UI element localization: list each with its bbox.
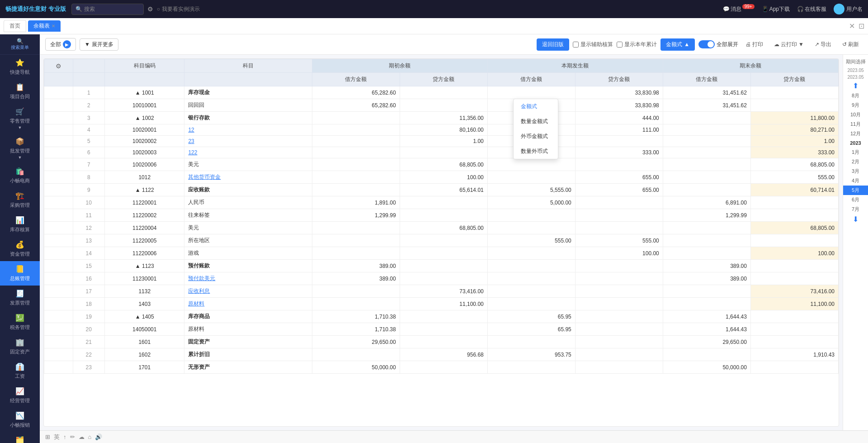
dropdown-item-amount[interactable]: 金额式 bbox=[514, 99, 558, 114]
amount-cell: 1.00 bbox=[400, 136, 487, 147]
row-subject-col[interactable]: 12 bbox=[184, 124, 312, 136]
month-7[interactable]: 7月 bbox=[843, 205, 868, 214]
grid-icon[interactable]: ⊞ bbox=[45, 433, 50, 440]
message-btn[interactable]: 💬 消息 99+ bbox=[723, 5, 755, 13]
amount-cell: 29,650.00 bbox=[312, 336, 400, 348]
month-12[interactable]: 12月 bbox=[843, 129, 868, 138]
amount-type-btn[interactable]: 金额式 ▲ bbox=[660, 38, 695, 51]
subject-link[interactable]: 应收利息 bbox=[188, 288, 210, 294]
subject-link[interactable]: 原材料 bbox=[188, 300, 204, 307]
sidebar-item-salary[interactable]: 👔 工资 bbox=[0, 359, 40, 383]
sidebar-item-tax[interactable]: 💹 税务管理 bbox=[0, 310, 40, 334]
yearly-checkbox-input[interactable] bbox=[617, 42, 623, 48]
month-6[interactable]: 6月 bbox=[843, 195, 868, 205]
settings-icon[interactable]: ⚙ bbox=[147, 5, 153, 13]
sidebar-search[interactable]: 🔍 搜索菜单 bbox=[0, 34, 40, 55]
month-4[interactable]: 4月 bbox=[843, 176, 868, 186]
return-old-btn[interactable]: 退回旧版 bbox=[537, 38, 569, 51]
month-3[interactable]: 3月 bbox=[843, 167, 868, 176]
row-num-col: 3 bbox=[73, 112, 105, 124]
row-code-col: ▲ 1123 bbox=[105, 260, 184, 272]
app-download-btn[interactable]: 📱 App下载 bbox=[762, 5, 790, 13]
month-1[interactable]: 1月 bbox=[843, 148, 868, 157]
amount-cell bbox=[487, 285, 575, 298]
row-subject-col[interactable]: 预付款美元 bbox=[184, 272, 312, 285]
sidebar-item-ecommerce[interactable]: 🛍️ 小畅电商 bbox=[0, 163, 40, 188]
row-subject-col[interactable]: 23 bbox=[184, 136, 312, 147]
subject-link[interactable]: 预付款美元 bbox=[188, 275, 215, 281]
online-service-btn[interactable]: 🎧 在线客服 bbox=[797, 5, 826, 13]
user-avatar[interactable]: 用户名 bbox=[834, 4, 863, 14]
row-settings-col bbox=[44, 209, 73, 222]
window-restore-icon[interactable]: ✕ bbox=[849, 22, 855, 30]
month-8[interactable]: 8月 bbox=[843, 91, 868, 100]
amount-cell bbox=[750, 361, 838, 374]
tab-home[interactable]: 首页 bbox=[4, 20, 26, 32]
export-btn[interactable]: ↗ 导出 bbox=[811, 39, 835, 50]
row-settings-col bbox=[44, 247, 73, 260]
sidebar-item-funds[interactable]: 💰 资金管理 bbox=[0, 237, 40, 261]
sidebar-item-quick-nav[interactable]: ⭐ 快捷导航 bbox=[0, 55, 40, 79]
show-yearly-checkbox[interactable]: 显示本年累计 bbox=[617, 41, 657, 48]
month-11[interactable]: 11月 bbox=[843, 119, 868, 129]
month-10[interactable]: 10月 bbox=[843, 110, 868, 119]
subject-link[interactable]: 23 bbox=[188, 138, 194, 144]
print-btn[interactable]: 🖨 打印 bbox=[742, 39, 767, 50]
subject-link[interactable]: 122 bbox=[188, 149, 197, 156]
scroll-down-btn[interactable]: ⬇ bbox=[852, 214, 859, 224]
sidebar-item-invoice[interactable]: 🧾 发票管理 bbox=[0, 286, 40, 310]
sidebar-item-expense[interactable]: 📉 小畅报销 bbox=[0, 408, 40, 432]
sidebar-item-project[interactable]: 📋 项目合同 bbox=[0, 79, 40, 104]
sidebar-item-basic-info[interactable]: 🗂️ 基础信息 bbox=[0, 432, 40, 443]
sidebar-item-fixed-assets[interactable]: 🏢 固定资产 bbox=[0, 334, 40, 359]
edit-icon[interactable]: ✏ bbox=[70, 433, 75, 440]
tab-close-icon[interactable]: ✕ bbox=[52, 24, 55, 29]
dropdown-item-quantity-amount[interactable]: 数量金额式 bbox=[514, 114, 558, 129]
sidebar-item-ledger[interactable]: 📒 总账管理 bbox=[0, 261, 40, 286]
tab-balance[interactable]: 余额表 ✕ bbox=[28, 20, 61, 32]
sidebar-item-inventory[interactable]: 📊 库存核算 bbox=[0, 212, 40, 237]
subject-link[interactable]: 其他货币资金 bbox=[188, 174, 221, 180]
amount-cell bbox=[400, 310, 487, 323]
home-icon[interactable]: ⌂ bbox=[88, 433, 92, 440]
scroll-up-btn[interactable]: ⬆ bbox=[852, 81, 859, 91]
table-row: 4100200011280,160.00111.0080,271.00 bbox=[44, 124, 839, 136]
cloud-print-btn[interactable]: ☁ 云打印 ▼ bbox=[770, 39, 807, 50]
yearly-label: 显示本年累计 bbox=[624, 41, 657, 48]
sidebar-item-operations[interactable]: 📈 经营管理 bbox=[0, 383, 40, 408]
row-subject-col[interactable]: 122 bbox=[184, 147, 312, 158]
up-icon[interactable]: ↑ bbox=[63, 433, 66, 440]
cloud2-icon[interactable]: ☁ bbox=[79, 433, 85, 440]
expand-more-btn[interactable]: ▼ 展开更多 bbox=[80, 38, 118, 51]
sidebar-item-wholesale[interactable]: 📦 批发管理 ▼ bbox=[0, 133, 40, 163]
show-auxiliary-checkbox[interactable]: 显示辅助核算 bbox=[573, 41, 613, 48]
all-button[interactable]: 全部 ▶ bbox=[45, 38, 76, 51]
amount-cell: 11,356.00 bbox=[400, 112, 487, 124]
subject-link[interactable]: 12 bbox=[188, 127, 194, 133]
row-subject-col: 游戏 bbox=[184, 247, 312, 260]
demo-link[interactable]: ○ 我要看实例演示 bbox=[157, 5, 200, 13]
amount-cell bbox=[400, 323, 487, 336]
sidebar-item-purchase[interactable]: 🏗️ 采购管理 bbox=[0, 188, 40, 212]
date-panel-title: 期间选择 bbox=[844, 57, 868, 67]
month-9[interactable]: 9月 bbox=[843, 100, 868, 110]
search-box[interactable]: 🔍 搜索 bbox=[71, 4, 144, 15]
nav-arrow-icon[interactable]: ▶ bbox=[63, 40, 71, 48]
sidebar-salary-label: 工资 bbox=[15, 373, 25, 380]
sound-icon[interactable]: 🔊 bbox=[95, 433, 102, 440]
row-subject-col[interactable]: 原材料 bbox=[184, 298, 312, 310]
toggle-control[interactable] bbox=[698, 40, 715, 48]
window-maximize-icon[interactable]: ⊡ bbox=[859, 22, 864, 30]
row-subject-col[interactable]: 其他货币资金 bbox=[184, 171, 312, 184]
dropdown-item-quantity-foreign[interactable]: 数量外币式 bbox=[514, 144, 558, 159]
settings-gear-icon[interactable]: ⚙ bbox=[56, 62, 61, 70]
auxiliary-checkbox-input[interactable] bbox=[573, 42, 579, 48]
refresh-btn[interactable]: ↺ 刷新 bbox=[839, 39, 863, 50]
month-5-active[interactable]: 5月 bbox=[843, 186, 868, 195]
expand-all-toggle[interactable]: 全部展开 bbox=[698, 40, 738, 48]
sidebar-item-retail[interactable]: 🛒 零售管理 ▼ bbox=[0, 104, 40, 133]
dropdown-item-foreign-amount[interactable]: 外币金额式 bbox=[514, 129, 558, 144]
lang-icon[interactable]: 英 bbox=[54, 433, 60, 441]
month-2[interactable]: 2月 bbox=[843, 157, 868, 167]
row-subject-col[interactable]: 应收利息 bbox=[184, 285, 312, 298]
